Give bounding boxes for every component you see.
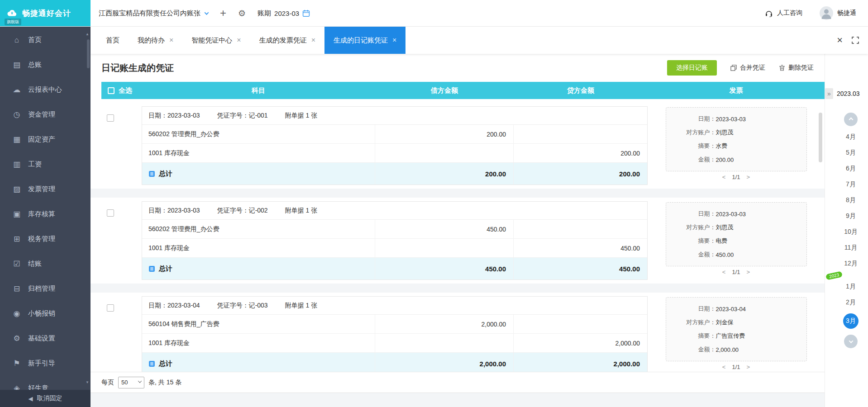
pager-prev-icon[interactable]: < [722,269,726,275]
content-scrollbar[interactable] [819,113,822,162]
fullscreen-icon[interactable] [852,37,859,44]
table-header: 全选 科目 借方金额 贷方金额 发票 [101,82,825,99]
funds-icon: ◷ [12,110,22,119]
support-link[interactable]: 人工咨询 [777,9,802,17]
sidebar-item-general-ledger[interactable]: ▤总账 [0,52,91,77]
sidebar-item-funds-management[interactable]: ◷资金管理 [0,102,91,127]
voucher-card-header: 日期：2023-03-04 凭证字号：记-003 附单据 1 张 [142,297,647,315]
sidebar-item-home[interactable]: ⌂首页 [0,28,91,52]
close-tab-icon[interactable]: × [237,37,241,44]
pager-prev-icon[interactable]: < [722,364,726,370]
delete-voucher-button[interactable]: 删除凭证 [779,64,814,72]
tab-home[interactable]: 首页 [97,27,129,54]
total-debit: 450.00 [375,258,513,279]
company-name: 江西服宝精品有限责任公司内账张 [99,9,200,18]
tab-my-todo[interactable]: 我的待办× [129,27,182,54]
voucher-checkbox[interactable] [107,304,114,312]
gear-icon[interactable]: ⚙ [238,8,246,19]
sidebar-item-inventory-accounting[interactable]: ▣库存核算 [0,202,91,227]
close-all-tabs-icon[interactable]: × [837,35,843,45]
strip-expand-icon[interactable]: » [825,88,833,99]
voucher-date: 2023-03-03 [167,112,200,119]
voucher-checkbox[interactable] [107,114,114,122]
total-count-text: 条, 共 15 条 [148,379,181,387]
home-icon: ⌂ [12,36,22,45]
sidebar-menu: ⌂首页 ▤总账 ☁云报表中心 ◷资金管理 ▦固定资产 ▥工资 ▨发票管理 ▣库存… [0,27,91,401]
period-value: 2023-03 [274,9,299,17]
month-item-6[interactable]: 6月 [846,164,856,174]
pager-next-icon[interactable]: > [747,269,750,275]
debit-amount: 2,000.00 [375,315,513,333]
unpin-button[interactable]: ◀ 取消固定 [0,390,91,407]
invoice-date: 2023-03-03 [716,116,746,123]
month-item-12[interactable]: 12月 [844,259,858,269]
select-all-checkbox[interactable] [108,87,114,94]
sidebar-item-closing[interactable]: ☑结账 [0,251,91,276]
pager-value: 1/1 [732,269,740,275]
month-item-3-active[interactable]: 3月 [843,313,858,329]
voucher-attachments: 附单据 1 张 [285,302,318,310]
per-page-select[interactable]: 50 [118,377,144,388]
invoice-date: 2023-03-04 [716,306,746,312]
sidebar-item-payroll[interactable]: ▥工资 [0,152,91,177]
sidebar-item-xiaochang-expense[interactable]: ◉小畅报销 [0,301,91,326]
select-journal-button[interactable]: 选择日记账 [667,60,717,76]
sidebar-item-cloud-report-center[interactable]: ☁云报表中心 [0,77,91,102]
sidebar-item-invoice-management[interactable]: ▨发票管理 [0,177,91,202]
total-credit: 2,000.00 [513,353,647,372]
close-tab-icon[interactable]: × [169,37,173,44]
username[interactable]: 畅捷通 [837,9,856,17]
sidebar-scroll-up-icon[interactable]: ▲ [86,32,89,36]
month-item-5[interactable]: 5月 [846,148,856,158]
months-scroll-up-button[interactable] [844,113,858,126]
pager-next-icon[interactable]: > [747,364,750,370]
sidebar-item-archive-management[interactable]: ⊟归档管理 [0,276,91,301]
credit-amount [513,220,647,238]
period-label: 账期 [258,9,271,18]
calendar-icon[interactable] [302,9,310,17]
trash-icon [779,65,785,71]
month-item-11[interactable]: 11月 [844,243,858,253]
close-tab-icon[interactable]: × [392,37,396,44]
voucher-total-row: 总计 200.00 200.00 [142,163,647,185]
month-item-2[interactable]: 2月 [846,298,856,308]
sidebar-item-basic-settings[interactable]: ⚙基础设置 [0,326,91,351]
invoice-panel: 日期：2023-03-03 对方账户：刘思茂 摘要：电费 金额：450.00 [666,202,807,266]
sidebar-item-beginner-guide[interactable]: ⚑新手引导 [0,351,91,376]
tab-smart-voucher-center[interactable]: 智能凭证中心× [182,27,250,54]
month-item-9[interactable]: 9月 [846,211,856,221]
merge-voucher-button[interactable]: 合并凭证 [730,64,765,72]
page-title: 日记账生成的凭证 [101,62,174,74]
pager-prev-icon[interactable]: < [722,174,726,180]
group-separator [91,189,825,198]
month-item-1[interactable]: 1月 [846,282,856,292]
voucher-line: 560104 销售费用_广告费 2,000.00 [142,315,647,334]
pager-next-icon[interactable]: > [747,174,750,180]
summary-icon [148,265,155,272]
total-debit: 2,000.00 [375,353,513,372]
invoice-party: 刘思茂 [716,223,734,232]
tab-generated-journal-vouchers[interactable]: 生成的日记账凭证× [324,27,405,54]
tab-bar: 首页 我的待办× 智能凭证中心× 生成的发票凭证× 生成的日记账凭证× × [91,27,868,54]
summary-icon [148,360,155,367]
sidebar-item-tax-management[interactable]: ⊞税务管理 [0,227,91,251]
months-scroll-down-button[interactable] [844,335,858,348]
sidebar-scroll-down-icon[interactable]: ▼ [86,380,89,384]
merge-icon [730,65,737,71]
fixed-assets-icon: ▦ [12,135,22,144]
company-selector[interactable]: 江西服宝精品有限责任公司内账张 [91,9,208,18]
sidebar-scrollbar[interactable] [87,39,90,68]
close-tab-icon[interactable]: × [311,37,315,44]
voucher-checkbox[interactable] [107,209,114,217]
month-item-7[interactable]: 7月 [846,180,856,189]
sidebar-item-fixed-assets[interactable]: ▦固定资产 [0,127,91,152]
add-account-button[interactable]: + [220,8,226,19]
total-credit: 450.00 [513,258,647,279]
app: ¥ 畅捷通好会计 旗舰版 江西服宝精品有限责任公司内账张 + ⚙ 账期 2023… [0,0,868,407]
month-item-4[interactable]: 4月 [846,132,856,142]
avatar[interactable] [820,6,833,20]
month-item-8[interactable]: 8月 [846,195,856,205]
unpin-icon: ◀ [29,395,33,402]
month-item-10[interactable]: 10月 [844,227,858,237]
tab-generated-invoice-vouchers[interactable]: 生成的发票凭证× [250,27,324,54]
